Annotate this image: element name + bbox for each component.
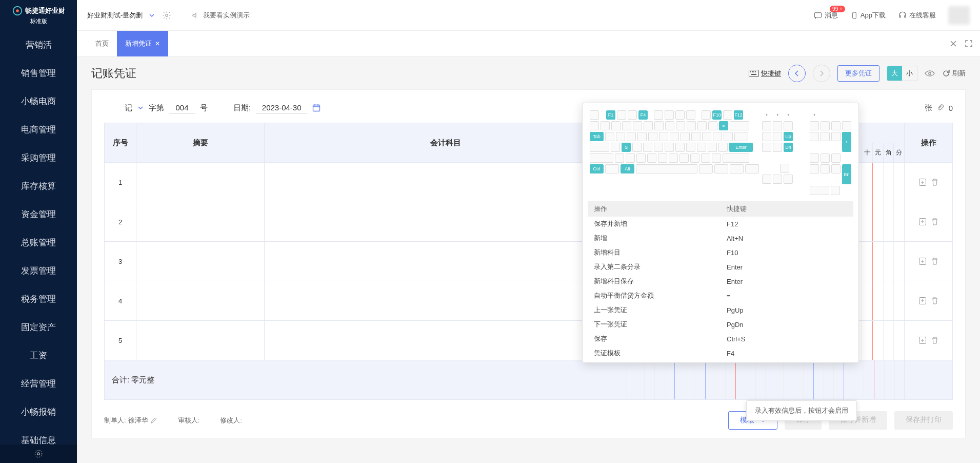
delete-row-icon[interactable] xyxy=(931,297,939,305)
app-download-link[interactable]: App下载 xyxy=(850,11,886,20)
org-name: 好业财测试-量勿删 xyxy=(87,11,143,20)
sidebar-item-9[interactable]: 税务管理 xyxy=(0,285,77,313)
sidebar-item-4[interactable]: 采购管理 xyxy=(0,144,77,172)
size-small[interactable]: 小 xyxy=(902,66,917,81)
chevron-down-icon xyxy=(149,12,155,18)
account-cell[interactable] xyxy=(265,242,627,281)
shortcut-row: 凭证模板F4 xyxy=(588,346,853,360)
sidebar-item-6[interactable]: 资金管理 xyxy=(0,200,77,228)
arrow-left-icon xyxy=(793,70,801,77)
chevron-down-icon[interactable] xyxy=(137,105,144,111)
settings-icon[interactable] xyxy=(162,11,171,20)
sidebar-item-12[interactable]: 经营管理 xyxy=(0,370,77,398)
avatar[interactable] xyxy=(948,6,970,25)
brand-name: 畅捷通好业财 xyxy=(25,6,65,15)
tab-strip: 首页 新增凭证 ✕ xyxy=(77,31,980,56)
shortcut-row: 新增科目F10 xyxy=(588,245,853,260)
summary-cell[interactable] xyxy=(136,202,265,242)
svg-point-2 xyxy=(166,14,168,16)
add-row-icon[interactable] xyxy=(918,257,927,265)
add-row-icon[interactable] xyxy=(918,218,927,226)
speaker-icon xyxy=(192,11,200,20)
shortcut-row: 下一张凭证PgDn xyxy=(588,317,853,332)
account-cell[interactable] xyxy=(265,321,627,360)
delete-row-icon[interactable] xyxy=(931,257,939,265)
message-badge: 99 + xyxy=(830,6,845,12)
summary-cell[interactable] xyxy=(136,163,265,202)
shortcut-row: 自动平衡借贷方金额= xyxy=(588,288,853,303)
summary-cell[interactable] xyxy=(136,242,265,281)
th-op: 操作 xyxy=(905,123,953,163)
add-row-icon[interactable] xyxy=(918,178,927,186)
page-title: 记账凭证 xyxy=(91,66,136,81)
svg-rect-8 xyxy=(750,71,751,72)
total-cell: 合计: 零元整 xyxy=(105,360,627,400)
sidebar-item-11[interactable]: 工资 xyxy=(0,341,77,370)
more-vouchers-button[interactable]: 更多凭证 xyxy=(837,65,879,82)
th-index: 序号 xyxy=(105,123,136,163)
shortcut-row: 新增科目保存Enter xyxy=(588,274,853,288)
keyboard-icon xyxy=(749,70,759,77)
prev-voucher-button[interactable] xyxy=(788,65,806,82)
close-all-icon[interactable] xyxy=(949,40,957,48)
refresh-icon xyxy=(942,69,950,78)
disabled-tooltip: 录入有效信息后，按钮才会启用 xyxy=(746,400,857,421)
org-selector[interactable]: 好业财测试-量勿删 xyxy=(87,11,155,20)
refresh-button[interactable]: 刷新 xyxy=(942,69,966,78)
sidebar-item-10[interactable]: 固定资产 xyxy=(0,313,77,341)
sidebar-item-2[interactable]: 小畅电商 xyxy=(0,87,77,115)
tab-new-voucher[interactable]: 新增凭证 ✕ xyxy=(117,31,168,56)
account-cell[interactable] xyxy=(265,281,627,321)
sidebar-item-5[interactable]: 库存核算 xyxy=(0,172,77,200)
logo: 畅捷通好业财 标准版 xyxy=(0,0,77,31)
svg-rect-7 xyxy=(749,70,759,77)
demo-link[interactable]: 我要看实例演示 xyxy=(192,11,250,20)
next-voucher-button[interactable] xyxy=(813,65,830,82)
sidebar-item-3[interactable]: 电商管理 xyxy=(0,115,77,144)
edit-icon[interactable] xyxy=(150,417,157,424)
account-cell[interactable] xyxy=(265,202,627,242)
sidebar-item-1[interactable]: 销售管理 xyxy=(0,59,77,87)
voucher-no-input[interactable]: 004 xyxy=(169,102,195,113)
svg-point-13 xyxy=(929,72,931,74)
brand-edition: 标准版 xyxy=(30,17,47,25)
close-icon[interactable]: ✕ xyxy=(155,40,160,47)
tab-home[interactable]: 首页 xyxy=(87,31,117,56)
sidebar-item-0[interactable]: 营销活 xyxy=(0,31,77,59)
add-row-icon[interactable] xyxy=(918,336,927,344)
eye-icon[interactable] xyxy=(925,70,935,77)
svg-point-1 xyxy=(16,9,19,12)
svg-point-6 xyxy=(35,450,42,457)
account-cell[interactable] xyxy=(265,163,627,202)
sidebar-settings[interactable] xyxy=(0,445,77,463)
svg-rect-12 xyxy=(751,74,756,75)
sidebar-item-8[interactable]: 发票管理 xyxy=(0,257,77,285)
calendar-icon[interactable] xyxy=(312,104,321,112)
shortcut-table: 操作快捷键 保存并新增F12新增Alt+N新增科目F10录入第二条分录Enter… xyxy=(588,201,853,360)
summary-cell[interactable] xyxy=(136,321,265,360)
delete-row-icon[interactable] xyxy=(931,336,939,344)
messages-link[interactable]: 消息 99 + xyxy=(813,11,838,20)
keyboard-visual: F1F4F10F12 = Tab SEnter CtrlAlt ••• Up D… xyxy=(588,108,853,197)
shortcut-row: 新增Alt+N xyxy=(588,231,853,245)
size-toggle[interactable]: 大 小 xyxy=(887,66,917,81)
add-row-icon[interactable] xyxy=(918,297,927,305)
delete-row-icon[interactable] xyxy=(931,218,939,226)
fullscreen-icon[interactable] xyxy=(965,40,973,48)
sidebar-item-7[interactable]: 总账管理 xyxy=(0,228,77,257)
th-account: 会计科目 xyxy=(265,123,627,163)
customer-service-link[interactable]: 在线客服 xyxy=(898,11,936,20)
delete-row-icon[interactable] xyxy=(931,178,939,186)
message-icon xyxy=(813,11,823,20)
sidebar-item-13[interactable]: 小畅报销 xyxy=(0,398,77,426)
summary-cell[interactable] xyxy=(136,281,265,321)
voucher-date-input[interactable]: 2023-04-30 xyxy=(256,102,307,113)
sidebar: 营销活销售管理小畅电商电商管理采购管理库存核算资金管理总账管理发票管理税务管理固… xyxy=(0,31,77,463)
topbar-right: 消息 99 + App下载 在线客服 xyxy=(813,6,980,25)
svg-rect-9 xyxy=(752,71,753,72)
svg-rect-11 xyxy=(755,71,756,72)
size-large[interactable]: 大 xyxy=(887,66,902,81)
gear-icon xyxy=(34,449,43,458)
shortcut-link[interactable]: 快捷键 xyxy=(749,69,781,78)
attachment-icon[interactable] xyxy=(936,104,945,112)
